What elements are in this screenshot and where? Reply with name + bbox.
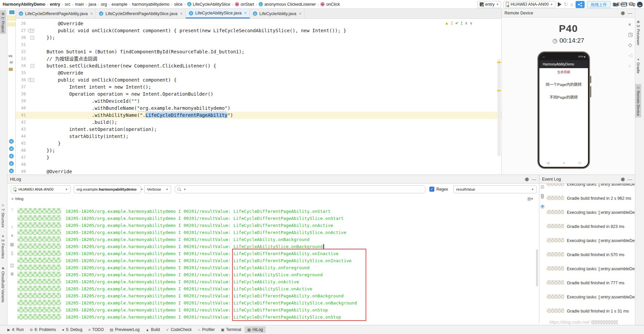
log-line[interactable]: 18205-18205/org.example.harmonyabilityde… bbox=[17, 278, 539, 285]
code-line-35[interactable]: 35 @Override bbox=[16, 69, 501, 77]
project-tree-sliver[interactable]: va or c c c c c bbox=[7, 9, 16, 175]
status-item-todo[interactable]: ≡TODO bbox=[86, 326, 106, 333]
hilog-search-input[interactable]: ▼ bbox=[174, 185, 426, 193]
error-stripe[interactable] bbox=[497, 19, 501, 174]
status-item-problems[interactable]: ⊖6: Problems bbox=[27, 326, 59, 333]
code-line-31[interactable]: 31 bbox=[16, 41, 501, 48]
breadcrumb-item-org[interactable]: org bbox=[101, 2, 107, 7]
fold-marker[interactable]: − bbox=[31, 36, 34, 40]
hilog-package-selector[interactable]: org.example.harmonyabilitydemo ▼ bbox=[74, 185, 141, 193]
breadcrumb-item-entry[interactable]: entry bbox=[50, 2, 60, 7]
log-line[interactable]: 18205-18205/org.example.harmonyabilityde… bbox=[17, 229, 539, 236]
code-line-38[interactable]: 38 Operation operation = new Intent.Oper… bbox=[16, 91, 501, 98]
code-line-37[interactable]: 37 Intent intent = new Intent(); bbox=[16, 84, 501, 91]
restart-button[interactable]: ↻ bbox=[564, 1, 568, 7]
log-line[interactable]: 18205-18205/org.example.harmonyabilityde… bbox=[17, 215, 539, 222]
run-list-button[interactable]: ≡ bbox=[570, 2, 573, 7]
hilog-filter-selector[interactable]: resultValue ▼ bbox=[453, 185, 537, 193]
status-item-codecheck[interactable]: ✓CodeCheck bbox=[163, 326, 195, 333]
event-log-entry[interactable]: Gradle build finished in 570 ms bbox=[539, 251, 635, 258]
warning-mark[interactable] bbox=[497, 90, 501, 91]
split-panel-icon[interactable]: ◫ bbox=[10, 263, 14, 268]
tab-lifecycleability-java[interactable]: cLifeCycleAbility.java× bbox=[250, 9, 305, 18]
hilog-device-selector[interactable]: HUAWEI ANA-AN00 ▼ bbox=[11, 185, 70, 193]
code-line-43[interactable]: 43 intent.setOperation(operation); bbox=[16, 126, 501, 133]
code-line-45[interactable]: 45 } bbox=[16, 140, 501, 147]
hide-panel-icon[interactable]: — bbox=[628, 10, 632, 16]
cloud-share-button[interactable] bbox=[576, 1, 585, 8]
event-log-entry[interactable]: Executing tasks: [:entry:assembleDeb bbox=[539, 184, 635, 188]
tool-button-favorites[interactable]: ★ 2: Favorites bbox=[0, 233, 6, 260]
code-line-44[interactable]: 44 startAbility(intent); bbox=[16, 133, 501, 140]
code-line-41[interactable]: 41 .withAbilityName(".LifeCycleDifferent… bbox=[16, 112, 501, 119]
scrollbar-thumb[interactable] bbox=[497, 59, 501, 156]
tool-button-remote-device[interactable]: ◎ Remote Device bbox=[635, 84, 641, 117]
scroll-ends-icon[interactable]: ↕ bbox=[11, 225, 13, 229]
close-icon[interactable]: × bbox=[628, 21, 633, 27]
event-log-entry[interactable]: Executing tasks: [:entry:assembleDeb bbox=[539, 294, 635, 300]
event-log-entry[interactable]: Executing tasks: [:entry:assembleDeb bbox=[539, 209, 635, 216]
tool-button-gradle[interactable]: ● Gradle bbox=[635, 56, 641, 75]
warning-mark[interactable] bbox=[497, 62, 501, 63]
breadcrumb-item-slice[interactable]: slice bbox=[174, 2, 182, 7]
code-line-39[interactable]: 39 .withDeviceId("") bbox=[16, 98, 501, 105]
breadcrumb-item-onstart[interactable]: monStart bbox=[235, 2, 254, 7]
fold-marker[interactable]: − bbox=[31, 64, 34, 68]
code-line-26[interactable]: 26 @Override bbox=[16, 20, 501, 27]
hilog-level-selector[interactable]: Verbose ▼ bbox=[144, 185, 171, 193]
prev-issue-button[interactable]: ∧ bbox=[465, 21, 468, 26]
code-line-46[interactable]: 46 }); bbox=[16, 147, 501, 154]
scrollbar-thumb[interactable] bbox=[536, 249, 538, 286]
log-line[interactable]: 18205-18205/org.example.harmonyabilityde… bbox=[17, 299, 539, 306]
status-item-hilog[interactable]: ▦HiLog bbox=[245, 326, 266, 333]
log-line[interactable]: 18205-18205/org.example.harmonyabilityde… bbox=[17, 264, 539, 271]
close-icon[interactable]: × bbox=[299, 11, 301, 16]
event-log-entry[interactable]: Executing tasks: [:entry:assembleDeb bbox=[539, 266, 635, 272]
breadcrumb-item-example[interactable]: example bbox=[112, 2, 127, 7]
back-icon[interactable]: ◁ bbox=[547, 161, 549, 165]
code-line-34[interactable]: 34− button1.setClickedListener(new Compo… bbox=[16, 62, 501, 69]
breadcrumb-item-lifecycleabilityslice[interactable]: cLifeCycleAbilitySlice bbox=[187, 2, 230, 7]
resize-icon[interactable]: ◳ bbox=[628, 32, 633, 38]
phone-button-different-page[interactable]: 不同Page的跳转 bbox=[539, 94, 588, 100]
log-line[interactable]: 18205-18205/org.example.harmonyabilityde… bbox=[17, 257, 539, 264]
regex-checkbox[interactable]: ✓ bbox=[429, 187, 434, 192]
event-log-entry[interactable]: Executing tasks: [:entry:assembleDeb bbox=[539, 237, 635, 244]
rotate-icon[interactable]: ◇ bbox=[628, 42, 633, 48]
tool-button-project[interactable]: ▣ 1: Project bbox=[0, 10, 6, 34]
close-icon[interactable]: × bbox=[180, 11, 182, 16]
gear-icon[interactable] bbox=[620, 11, 625, 15]
breadcrumb-item-harmonyabilitydemo[interactable]: HarmonyAbilityDemo bbox=[3, 2, 45, 7]
log-output-area[interactable]: 18205-18205/org.example.harmonyabilityde… bbox=[17, 202, 539, 323]
code-line-32[interactable]: 32 Button button1 = (Button) findCompone… bbox=[16, 48, 501, 55]
hilog-tab-label[interactable]: hilog bbox=[15, 197, 23, 201]
device-selector[interactable]: HUAWEI ANA-AN00 ▼ bbox=[503, 1, 555, 8]
code-line-42[interactable]: 42 .build(); bbox=[16, 119, 501, 126]
code-line-40[interactable]: 40 .withBundleName("org.example.harmonya… bbox=[16, 105, 501, 112]
layout-icon[interactable]: ≣ bbox=[10, 272, 14, 276]
log-line[interactable]: 18205-18205/org.example.harmonyabilityde… bbox=[17, 292, 539, 299]
use-soft-wraps-icon[interactable]: ☑ bbox=[541, 184, 544, 189]
recents-icon[interactable]: □ bbox=[579, 161, 581, 165]
code-line-48[interactable]: 48 bbox=[16, 161, 501, 168]
log-line[interactable]: 18205-18205/org.example.harmonyabilityde… bbox=[17, 250, 539, 257]
fold-marker[interactable]: − bbox=[31, 78, 34, 82]
run-button[interactable] bbox=[558, 2, 561, 7]
breadcrumb-item-onclick[interactable]: monClick bbox=[320, 2, 340, 7]
back-icon[interactable]: ◁ bbox=[628, 52, 633, 58]
print-icon[interactable]: ▤ bbox=[10, 242, 14, 247]
breadcrumb-item-harmonyabilitydemo[interactable]: harmonyabilitydemo bbox=[132, 2, 169, 7]
log-line[interactable]: 18205-18205/org.example.harmonyabilityde… bbox=[17, 208, 539, 215]
status-item-terminal[interactable]: ▣Terminal bbox=[218, 326, 244, 333]
event-log-entry[interactable]: Gradle build finished in 2 s 962 ms bbox=[539, 195, 635, 202]
code-line-27[interactable]: 27↑+ public void onClick(Component compo… bbox=[16, 27, 501, 34]
scroll-to-top-icon[interactable]: ↑ bbox=[11, 207, 13, 212]
tab-lifecycleabilityslice-java[interactable]: cLifeCycleAbilitySlice.java× bbox=[186, 9, 250, 18]
event-log-entry[interactable]: Gradle build finished in 1 s 31 ms bbox=[539, 308, 635, 315]
log-line[interactable]: 18205-18205/org.example.harmonyabilityde… bbox=[17, 222, 539, 229]
hide-panel-icon[interactable]: — bbox=[628, 177, 632, 182]
clear-log-icon[interactable]: ▯ bbox=[11, 251, 13, 255]
home-icon[interactable]: ○ bbox=[563, 161, 565, 165]
status-item-run[interactable]: ▶4: Run bbox=[5, 326, 26, 333]
fold-marker[interactable]: + bbox=[31, 29, 34, 33]
